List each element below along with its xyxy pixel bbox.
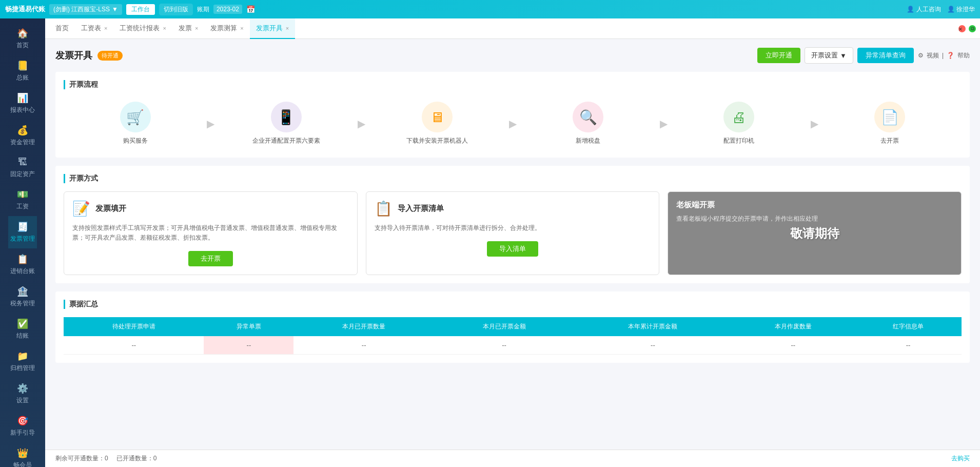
sidebar-item-reports[interactable]: 📊 报表中心 — [8, 87, 37, 120]
member-icon: 👑 — [17, 447, 28, 459]
printer-icon: 🖨 — [723, 102, 754, 132]
sidebar-item-assets[interactable]: 🏗 固定资产 — [8, 152, 37, 184]
sidebar-label-tax: 税务管理 — [10, 299, 35, 308]
step-printer: 🖨 配置打印机 — [668, 102, 811, 145]
tab-close-invoice_open[interactable]: × — [286, 25, 289, 31]
period-label: 账期 — [197, 5, 209, 14]
purchase-icon: 📋 — [17, 254, 28, 265]
sidebar-item-settings[interactable]: ⚙️ 设置 — [8, 378, 37, 410]
issue-label: 去开票 — [880, 137, 899, 145]
sidebar-item-archive[interactable]: 📁 归档管理 — [8, 345, 37, 378]
tab-salary_report[interactable]: 工资统计报表× — [113, 18, 172, 39]
sidebar-label-archive: 归档管理 — [10, 364, 35, 373]
method-card-import: 📋 导入开票清单 支持导入待开票清单，可对待开票清单进行拆分、合并处理。 导入清… — [366, 191, 660, 275]
sidebar-item-guide[interactable]: 🎯 新手引导 — [8, 410, 37, 442]
summary-cell-1[interactable]: -- — [204, 336, 293, 355]
sidebar-item-tax[interactable]: 🏦 税务管理 — [8, 281, 37, 313]
tab-salary_table[interactable]: 工资表× — [75, 18, 113, 39]
taxbox-icon: 🔍 — [573, 102, 603, 132]
step-arrow: ▶ — [358, 118, 365, 130]
sidebar-item-reconcile[interactable]: ✅ 结账 — [8, 313, 37, 345]
summary-header-5: 本月作废数量 — [732, 317, 855, 336]
content-area: 发票开具 待开通 立即开通 开票设置 ▼ 异常清单查询 ⚙ 视频 | ❓ — [45, 39, 980, 450]
bottom-bar: 剩余可开通数量：0 已开通数量：0 去购买 — [45, 450, 980, 467]
method-cards: 📝 发票填开 支持按照发票样式手工填写开发票；可开具增值税电子普通发票、增值税普… — [64, 191, 962, 275]
summary-header-4: 本年累计开票金额 — [574, 317, 731, 336]
sidebar-item-salary[interactable]: 💵 工资 — [8, 184, 37, 216]
sidebar-item-purchase[interactable]: 📋 进销台账 — [8, 248, 37, 281]
open-settings-button[interactable]: 开票设置 ▼ — [805, 47, 853, 64]
sidebar-item-invoice[interactable]: 🧾 发票管理 — [8, 216, 37, 248]
restore-btn[interactable]: ⧉ — [969, 25, 976, 32]
tab-invoice_calc[interactable]: 发票测算× — [204, 18, 249, 39]
card-title-manual: 发票填开 — [95, 204, 126, 213]
printer-label: 配置打印机 — [723, 137, 754, 145]
close-btn[interactable]: × — [958, 25, 966, 32]
method-card-old_platform: 老板端开票 查看老板端小程序提交的开票申请，并作出相应处理 敬请期待 — [668, 191, 962, 275]
tab-close-invoice_mgr[interactable]: × — [195, 25, 198, 31]
tab-home[interactable]: 首页 — [49, 18, 75, 39]
open-now-button[interactable]: 立即开通 — [757, 48, 800, 63]
sidebar-item-ledger[interactable]: 📒 总账 — [8, 55, 37, 87]
archive-icon: 📁 — [17, 351, 28, 362]
card-btn-import[interactable]: 导入清单 — [487, 241, 538, 257]
sidebar-label-assets: 固定资产 — [10, 170, 35, 179]
status-badge: 待开通 — [97, 51, 123, 61]
old-version-button[interactable]: 切到旧版 — [159, 4, 193, 15]
ledger-icon: 📒 — [17, 60, 28, 71]
tab-bar: 首页工资表×工资统计报表×发票×发票测算×发票开具× × ⧉ — [45, 18, 980, 39]
assets-icon: 🏗 — [18, 157, 27, 168]
top-bar-left: 畅捷通易代账 (勿删) 江西服宝-LSS ▼ 工作台 切到旧版 账期 2023-… — [5, 4, 255, 15]
buy-icon: 🛒 — [120, 102, 151, 132]
summary-cell-2: -- — [293, 336, 434, 355]
tab-close-invoice_calc[interactable]: × — [240, 25, 243, 31]
app-logo: 畅捷通易代账 — [5, 5, 45, 14]
top-bar: 畅捷通易代账 (勿删) 江西服宝-LSS ▼ 工作台 切到旧版 账期 2023-… — [0, 0, 980, 18]
opened-quota: 已开通数量：0 — [116, 454, 157, 463]
summary-header-6: 红字信息单 — [855, 317, 962, 336]
method-title: 开票方式 — [64, 174, 962, 183]
sidebar-label-settings: 设置 — [16, 396, 29, 405]
sidebar-item-funds[interactable]: 💰 资金管理 — [8, 120, 37, 152]
step-taxbox: 🔍 新增税盘 — [517, 102, 660, 145]
tab-label-invoice_calc: 发票测算 — [210, 24, 237, 33]
summary-cell-5: -- — [732, 336, 855, 355]
process-steps: 🛒 购买服务 ▶ 📱 企业开通配置开票六要素 ▶ 🖥 下载并安装开票机器人 ▶ … — [64, 98, 962, 149]
issue-icon: 📄 — [874, 102, 905, 132]
company-selector[interactable]: (勿删) 江西服宝-LSS ▼ — [49, 4, 122, 15]
sidebar-label-invoice: 发票管理 — [10, 235, 35, 243]
process-section: 开票流程 🛒 购买服务 ▶ 📱 企业开通配置开票六要素 ▶ 🖥 下载并安装开票机… — [55, 72, 970, 158]
tab-invoice_open[interactable]: 发票开具× — [250, 18, 295, 39]
user-avatar[interactable]: 👤 徐澄华 — [947, 5, 975, 14]
summary-table: 待处理开票申请异常单票本月已开票数量本月已开票金额本年累计开票金额本月作废数量红… — [64, 317, 962, 355]
tax-icon: 🏦 — [17, 286, 28, 297]
download-label: 下载并安装开票机器人 — [406, 137, 468, 145]
tab-invoice_mgr[interactable]: 发票× — [172, 18, 204, 39]
period-value[interactable]: 2023-02 — [213, 5, 242, 14]
download-icon: 🖥 — [422, 102, 453, 132]
sidebar-item-home[interactable]: 🏠 首页 — [8, 23, 37, 55]
buy-link[interactable]: 去购买 — [951, 454, 970, 463]
tab-close-salary_report[interactable]: × — [163, 25, 166, 31]
step-arrow: ▶ — [509, 118, 517, 130]
summary-header-1: 异常单票 — [204, 317, 293, 336]
workspace-button[interactable]: 工作台 — [126, 4, 155, 15]
support-btn[interactable]: 👤 人工咨询 — [907, 5, 940, 14]
summary-cell-0: -- — [64, 336, 204, 355]
invoice-icon: 🧾 — [17, 221, 28, 232]
sidebar-label-purchase: 进销台账 — [10, 267, 35, 276]
window-controls: × ⧉ — [958, 25, 976, 32]
calendar-icon[interactable]: 📅 — [246, 5, 255, 13]
abnormal-query-button[interactable]: 异常清单查询 — [857, 48, 914, 63]
summary-section: 票据汇总 待处理开票申请异常单票本月已开票数量本月已开票金额本年累计开票金额本月… — [55, 291, 970, 363]
sidebar-label-reconcile: 结账 — [16, 332, 29, 340]
buy-label: 购买服务 — [123, 137, 148, 145]
view-options: ⚙ 视频 | ❓ 帮助 — [918, 51, 970, 60]
top-bar-right: 👤 人工咨询 👤 徐澄华 — [907, 5, 975, 14]
page-title: 发票开具 — [55, 49, 92, 62]
card-btn-manual[interactable]: 去开票 — [188, 251, 233, 266]
step-arrow: ▶ — [660, 118, 668, 130]
manual-icon: 📝 — [72, 200, 90, 217]
sidebar-item-member[interactable]: 👑 畅会员 — [8, 442, 37, 467]
tab-close-salary_table[interactable]: × — [104, 25, 107, 31]
